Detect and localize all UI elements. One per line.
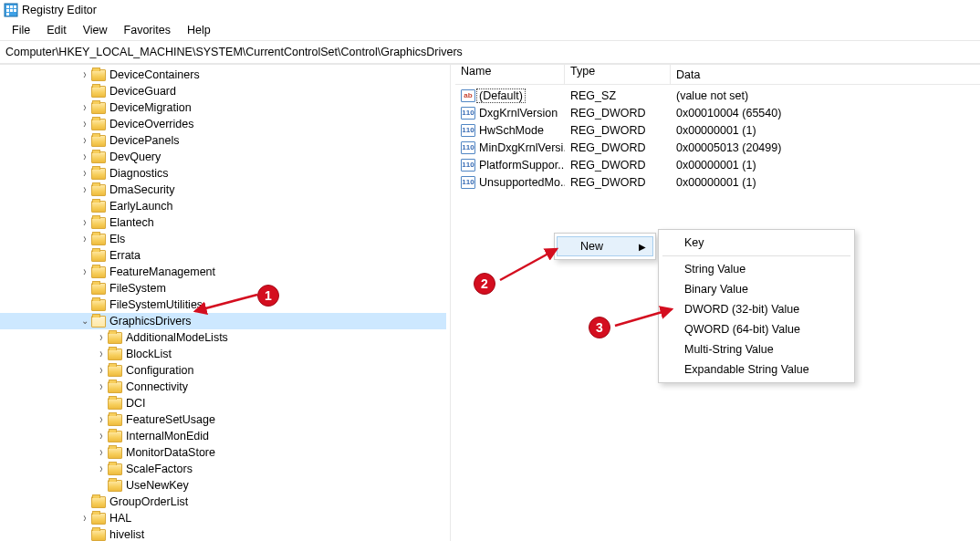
column-type[interactable]: Type xyxy=(565,65,671,84)
value-row[interactable]: 110UnsupportedMo...REG_DWORD0x00000001 (… xyxy=(455,173,980,191)
folder-icon xyxy=(91,86,106,98)
tree-item-diagnostics[interactable]: ›Diagnostics xyxy=(0,165,446,182)
tree-expander-icon[interactable]: › xyxy=(95,328,108,347)
menu-help[interactable]: Help xyxy=(179,22,219,38)
context-item-expandable-string-value[interactable]: Expandable String Value xyxy=(661,359,852,380)
tree-item-additionalmodelists[interactable]: ›AdditionalModeLists xyxy=(0,329,446,346)
tree-expander-icon[interactable]: › xyxy=(95,361,108,380)
tree-item-devicemigration[interactable]: ›DeviceMigration xyxy=(0,99,446,116)
tree-label: hivelist xyxy=(109,528,144,541)
context-item-new[interactable]: New ▶ xyxy=(557,236,653,256)
value-row[interactable]: 110MinDxgKrnlVersi...REG_DWORD0x00005013… xyxy=(455,139,980,156)
folder-icon xyxy=(108,349,122,360)
tree-expander-icon[interactable]: › xyxy=(78,164,91,182)
menu-view[interactable]: View xyxy=(75,22,116,38)
menu-favorites[interactable]: Favorites xyxy=(116,22,179,38)
tree-item-featuremanagement[interactable]: ›FeatureManagement xyxy=(0,264,446,280)
tree-item-configuration[interactable]: ›Configuration xyxy=(0,362,446,379)
context-item-binary-value[interactable]: Binary Value xyxy=(661,279,852,299)
tree-item-featuresetusage[interactable]: ›FeatureSetUsage xyxy=(0,411,446,428)
folder-icon xyxy=(108,447,122,459)
binary-value-icon: 110 xyxy=(461,124,475,137)
tree-expander-icon[interactable]: › xyxy=(78,509,91,527)
value-type: REG_DWORD xyxy=(565,124,671,137)
tree-expander-icon[interactable]: › xyxy=(78,213,91,232)
tree-item-filesystem[interactable]: FileSystem xyxy=(0,280,446,297)
context-item-multi-string-value[interactable]: Multi-String Value xyxy=(661,339,852,359)
tree-expander-icon[interactable]: › xyxy=(78,99,91,117)
tree-expander-icon[interactable]: › xyxy=(95,345,108,363)
tree-item-dci[interactable]: DCI xyxy=(0,395,446,411)
tree-expander-icon[interactable]: › xyxy=(78,115,91,133)
tree-item-hivelist[interactable]: hivelist xyxy=(0,526,446,541)
tree-expander-icon[interactable]: › xyxy=(78,263,91,281)
tree-expander-icon[interactable]: › xyxy=(95,443,108,462)
tree-item-deviceoverrides[interactable]: ›DeviceOverrides xyxy=(0,116,446,132)
tree-expander-icon[interactable]: ⌄ xyxy=(78,315,91,328)
submenu-arrow-icon: ▶ xyxy=(639,242,646,252)
tree-item-internalmonedid[interactable]: ›InternalMonEdid xyxy=(0,428,446,444)
tree-item-deviceguard[interactable]: DeviceGuard xyxy=(0,83,446,99)
context-item-key[interactable]: Key xyxy=(661,233,852,253)
tree-label: EarlyLaunch xyxy=(109,200,173,213)
context-item-qword-64-bit-value[interactable]: QWORD (64-bit) Value xyxy=(661,319,852,339)
tree-label: Els xyxy=(109,233,125,245)
tree-item-els[interactable]: ›Els xyxy=(0,231,446,247)
tree-item-errata[interactable]: Errata xyxy=(0,247,446,264)
address-bar[interactable]: Computer\HKEY_LOCAL_MACHINE\SYSTEM\Curre… xyxy=(0,40,980,64)
tree-expander-icon[interactable]: › xyxy=(95,460,108,478)
tree-expander-icon[interactable]: › xyxy=(78,131,91,150)
value-row[interactable]: ab(Default)REG_SZ(value not set) xyxy=(455,87,980,104)
value-name: DxgKrnlVersion xyxy=(479,107,558,120)
value-type: REG_DWORD xyxy=(565,176,671,189)
regedit-icon xyxy=(4,3,18,17)
tree-expander-icon[interactable]: › xyxy=(78,148,91,166)
tree-item-filesystemutilities[interactable]: FileSystemUtilities xyxy=(0,297,446,313)
context-menu[interactable]: New ▶ xyxy=(554,233,656,260)
tree-expander-icon[interactable]: › xyxy=(95,427,108,445)
tree-item-devicecontainers[interactable]: ›DeviceContainers xyxy=(0,67,446,83)
value-row[interactable]: 110HwSchModeREG_DWORD0x00000001 (1) xyxy=(455,121,980,139)
tree-item-devicepanels[interactable]: ›DevicePanels xyxy=(0,132,446,149)
tree-item-monitordatastore[interactable]: ›MonitorDataStore xyxy=(0,444,446,461)
tree-expander-icon[interactable]: › xyxy=(78,66,91,84)
tree-item-earlylaunch[interactable]: EarlyLaunch xyxy=(0,198,446,214)
column-header[interactable]: Name Type Data xyxy=(455,65,980,85)
column-data[interactable]: Data xyxy=(671,68,980,81)
menu-edit[interactable]: Edit xyxy=(38,22,75,38)
tree-item-elantech[interactable]: ›Elantech xyxy=(0,214,446,231)
tree-expander-icon[interactable]: › xyxy=(95,378,108,396)
tree-item-grouporderlist[interactable]: GroupOrderList xyxy=(0,494,446,510)
tree-expander-icon[interactable]: › xyxy=(78,181,91,199)
annotation-callout-1: 1 xyxy=(257,285,279,307)
folder-icon xyxy=(91,513,106,525)
column-name[interactable]: Name xyxy=(455,65,565,84)
tree-item-hal[interactable]: ›HAL xyxy=(0,510,446,526)
tree-item-dmasecurity[interactable]: ›DmaSecurity xyxy=(0,182,446,198)
tree-label: Diagnostics xyxy=(109,167,169,180)
value-data: (value not set) xyxy=(671,89,980,102)
folder-icon xyxy=(91,168,106,180)
context-item-dword-32-bit-value[interactable]: DWORD (32-bit) Value xyxy=(661,299,852,319)
value-row[interactable]: 110PlatformSuppor...REG_DWORD0x00000001 … xyxy=(455,156,980,173)
tree-expander-icon[interactable]: › xyxy=(95,411,108,429)
tree-item-devquery[interactable]: ›DevQuery xyxy=(0,149,446,165)
context-submenu[interactable]: KeyString ValueBinary ValueDWORD (32-bit… xyxy=(658,229,855,383)
value-row[interactable]: 110DxgKrnlVersionREG_DWORD0x00010004 (65… xyxy=(455,104,980,121)
tree-item-connectivity[interactable]: ›Connectivity xyxy=(0,379,446,395)
tree-item-graphicsdrivers[interactable]: ⌄GraphicsDrivers xyxy=(0,313,446,329)
tree-pane[interactable]: ›DeviceContainersDeviceGuard›DeviceMigra… xyxy=(0,65,451,541)
folder-icon xyxy=(108,332,122,344)
tree-item-scalefactors[interactable]: ›ScaleFactors xyxy=(0,461,446,477)
tree-expander-icon[interactable]: › xyxy=(78,230,91,248)
tree-item-usenewkey[interactable]: UseNewKey xyxy=(0,477,446,494)
tree-item-blocklist[interactable]: ›BlockList xyxy=(0,346,446,362)
folder-icon xyxy=(108,381,122,393)
context-item-string-value[interactable]: String Value xyxy=(661,259,852,279)
string-value-icon: ab xyxy=(461,89,475,102)
annotation-callout-3: 3 xyxy=(589,317,610,338)
menu-file[interactable]: File xyxy=(4,22,38,38)
context-item-label: String Value xyxy=(684,263,745,276)
value-type: REG_DWORD xyxy=(565,159,671,172)
tree-label: DCI xyxy=(126,397,146,410)
